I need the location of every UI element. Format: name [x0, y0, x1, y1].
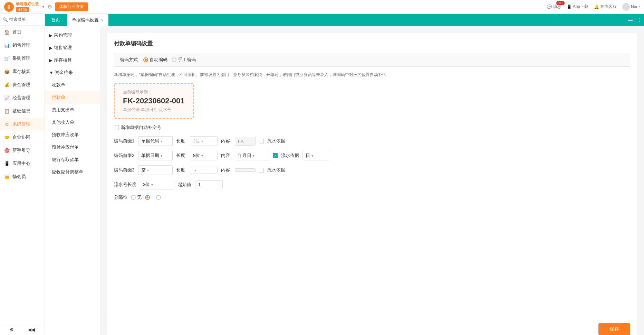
prefix2-select[interactable]: 单据日期 ▾	[138, 151, 173, 160]
sub-group-fund[interactable]: ▼ 资金往来	[45, 66, 100, 79]
sidebar-item-home[interactable]: 🏠 首页	[0, 26, 45, 39]
prefix2-content-select[interactable]: 年月日 ▾	[235, 151, 269, 160]
prefix2-label: 编码前缀2	[114, 152, 135, 159]
sub-group-inventory[interactable]: ▶ 库存核算	[45, 54, 100, 66]
message-btn[interactable]: 💬 消息 99+	[547, 4, 561, 10]
prefix3-select[interactable]: 空 ▾	[138, 165, 173, 175]
home-icon: 🏠	[4, 29, 10, 35]
minimize-icon[interactable]: —	[628, 18, 633, 23]
online-service-btn[interactable]: 🔔 在线客服	[594, 4, 617, 10]
sub-item-other-income[interactable]: 其他收入单	[45, 116, 100, 129]
separator-row: 分隔符 无 - ·	[114, 194, 630, 201]
tab-spacer	[108, 14, 624, 26]
base-icon: 📋	[4, 108, 10, 114]
sidebar-item-member[interactable]: 👑 畅会员	[0, 170, 45, 183]
search-menu[interactable]: 🔍 搜索菜单	[0, 14, 45, 26]
top-bar: 6 畅通道好生意 插启版 ▾ ⚙ 体验行业方案 💬 消息 99+ 📱 App下载…	[0, 0, 644, 14]
prefix1-length-label: 长度	[176, 138, 186, 144]
prefix1-select[interactable]: 单据代码 ▾	[138, 136, 173, 146]
prefix3-length-select[interactable]: ▾	[190, 167, 218, 174]
prefix2-length-arrow-icon: ▾	[201, 154, 203, 158]
tab-active[interactable]: 单据编码设置 ×	[67, 14, 108, 26]
sub-item-prepay-receivable[interactable]: 预收冲应收单	[45, 129, 100, 141]
dropdown-arrow-icon[interactable]: ▾	[42, 4, 45, 9]
prefix3-arrow-icon: ▾	[147, 168, 149, 172]
sub-item-receipt[interactable]: 收款单	[45, 79, 100, 91]
sidebar-item-sales[interactable]: 📊 销售管理	[0, 39, 45, 52]
prefix1-stream-checkbox[interactable]	[259, 139, 264, 143]
sidebar-item-guide[interactable]: 🎯 新手引导	[0, 144, 45, 157]
sub-group-sales[interactable]: ▶ 销售管理	[45, 41, 100, 54]
sidebar-item-operation[interactable]: 📈 经营管理	[0, 91, 45, 104]
collapse-icon[interactable]: ◀◀	[28, 327, 35, 332]
prefix3-length-label: 长度	[176, 167, 186, 173]
manual-code-radio[interactable]: 手工编码	[172, 57, 196, 63]
sidebar-item-system[interactable]: ⚙ 系统管理	[0, 118, 45, 131]
prefix1-label: 编码前缀1	[114, 138, 135, 144]
sep-dot-radio[interactable]: ·	[156, 195, 164, 200]
sep-none-radio[interactable]: 无	[131, 194, 142, 201]
sub-item-payment[interactable]: 付款单	[45, 91, 100, 104]
prefix2-period-select[interactable]: 日 ▾	[302, 151, 330, 160]
window-buttons: — ⛶	[624, 14, 644, 26]
app-download-btn[interactable]: 📱 App下载	[567, 4, 588, 10]
sub-group-purchase[interactable]: ▶ 采购管理	[45, 29, 100, 41]
start-val-label: 起始值	[178, 182, 192, 188]
tab-close-icon[interactable]: ×	[101, 18, 104, 23]
prefix3-content-label: 内容	[221, 167, 231, 173]
top-bar-controls: ▾ ⚙ 体验行业方案	[42, 2, 88, 11]
settings-icon[interactable]: ⚙	[47, 3, 52, 10]
sep-dash-dot	[145, 195, 150, 200]
sidebar-item-apps[interactable]: 📱 应用中心	[0, 157, 45, 170]
sidebar-item-purchase[interactable]: 🛒 采购管理	[0, 52, 45, 65]
tab-home[interactable]: 首页	[45, 14, 66, 26]
serial-length-select[interactable]: 3位 ▾	[140, 180, 174, 189]
prefix2-length-select[interactable]: 8位 ▾	[190, 151, 218, 160]
info-text: 新增单据时，*单据编码*自动生成，不可编辑。前缀设置为部门、业务员等档案类，开单…	[114, 72, 630, 78]
start-val-input[interactable]: 1	[195, 180, 223, 189]
page-title: 付款单编码设置	[114, 40, 630, 47]
sidebar-item-enterprise[interactable]: 🤝 企业协同	[0, 131, 45, 144]
user-profile[interactable]: Nare	[622, 3, 640, 11]
expand-purchase-icon: ▶	[49, 33, 52, 38]
auto-code-radio[interactable]: 自动编码	[143, 57, 167, 63]
prefix2-period-arrow-icon: ▾	[311, 154, 313, 158]
prefix1-length-select[interactable]: 2位 ▾	[190, 136, 218, 146]
maximize-icon[interactable]: ⛶	[635, 18, 640, 23]
sub-item-bank-deposit[interactable]: 银行存取款单	[45, 153, 100, 166]
encoding-label: 编码方式	[120, 57, 138, 63]
prefix3-label: 编码前缀3	[114, 167, 135, 173]
sub-item-prepay-payable[interactable]: 预付冲应付单	[45, 141, 100, 153]
prefix3-length-arrow-icon: ▾	[194, 168, 196, 172]
sep-dot-dot	[156, 195, 161, 200]
trial-btn[interactable]: 体验行业方案	[55, 2, 88, 11]
finance-icon: 💰	[4, 82, 10, 87]
prefix3-stream-checkbox[interactable]	[259, 168, 264, 173]
prefix3-content-input	[235, 168, 256, 172]
save-button[interactable]: 保存	[598, 323, 630, 335]
sidebar-item-base[interactable]: 📋 基础信息	[0, 104, 45, 118]
right-panel: 首页 单据编码设置 × — ⛶ ▶ 采购管理 ▶ 销售管理	[45, 14, 644, 335]
sidebar-item-inventory[interactable]: 📦 库存核算	[0, 65, 45, 78]
sep-dash-radio[interactable]: -	[145, 195, 153, 200]
content-wrapper: 付款单编码设置 编码方式 自动编码 手工编码	[107, 33, 637, 320]
auto-code-dot	[143, 57, 148, 62]
sub-sidebar: ▶ 采购管理 ▶ 销售管理 ▶ 库存核算 ▼ 资金往来 收款单 付款单 费用支出…	[45, 26, 100, 335]
sub-item-expense[interactable]: 费用支出单	[45, 104, 100, 116]
settings-bottom-icon[interactable]: ⚙	[10, 327, 14, 332]
prefix2-stream-label: 流水依据	[281, 152, 299, 159]
top-bar-left: 6 畅通道好生意 插启版 ▾ ⚙ 体验行业方案	[4, 1, 88, 12]
expand-inventory-icon: ▶	[49, 58, 52, 63]
enterprise-icon: 🤝	[4, 134, 10, 140]
prefix1-row: 编码前缀1 单据代码 ▾ 长度 2位 ▾ 内容 FK 流水依据	[114, 136, 630, 146]
auto-fill-row: 新增单据自动补空号	[114, 124, 630, 131]
auto-fill-checkbox[interactable]	[114, 125, 119, 130]
sidebar-item-finance[interactable]: 💰 资金管理	[0, 78, 45, 91]
logo-icon: 6	[4, 2, 14, 12]
prefix2-stream-checkbox[interactable]: ✓	[273, 153, 278, 158]
search-icon: 🔍	[3, 17, 8, 22]
operation-icon: 📈	[4, 95, 10, 101]
bottom-bar: 保存	[107, 320, 637, 335]
sub-item-ar-ap-adjust[interactable]: 应收应付调整单	[45, 166, 100, 178]
expand-fund-icon: ▼	[49, 70, 54, 75]
